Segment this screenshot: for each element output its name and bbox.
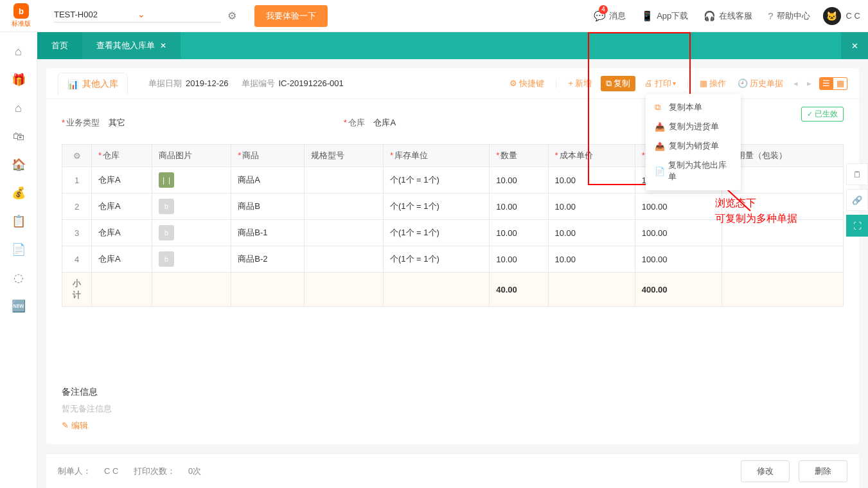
rail-expand-icon[interactable]: ⛶ [846,215,868,237]
tabs-bar: 首页 查看其他入库单 ✕ ✕ [37,32,868,59]
help-link[interactable]: ? 帮助中心 [768,10,810,22]
nav-home-icon[interactable]: ⌂ [6,39,31,64]
product-image-icon: b [159,225,174,240]
subtotal-row: 小计40.00400.00 [62,273,844,307]
tabs-close-all[interactable]: ✕ [841,32,868,59]
nav-sync-icon[interactable]: ◌ [6,265,31,291]
view-grid-icon[interactable]: ▦ [833,77,847,90]
footer: 制单人：C C 打印次数：0次 修改 删除 [46,453,859,488]
plus-icon: + [568,78,573,88]
product-image-icon: b [159,251,174,267]
avatar[interactable]: 🐱 [823,7,841,25]
document-page: 📊 其他入库 单据日期2019-12-26 单据编号IC-20191226-00… [46,68,859,444]
outbox-icon: 📤 [655,141,666,151]
doc-title-tab: 📊 其他入库 [58,73,128,95]
app-download-link[interactable]: 📱 App下载 [641,10,688,22]
annotation-text: 浏览态下 可复制为多种单据 [715,195,797,226]
print-icon: 🖨 [644,78,653,88]
right-rail: 🗒 🔗 ⛶ [846,163,868,237]
dd-copy-this[interactable]: ⧉复制本单 [646,98,741,117]
nav-clipboard-icon[interactable]: 📋 [6,208,31,234]
head-actions: ⚙快捷键 +新增 ⧉复制 🖨打印▾ ▦操作 🕘历史单据 ◂ ▸ ☰ ▦ [507,76,847,91]
field-warehouse: *仓库 仓库A [344,117,396,129]
help-icon: ? [768,10,773,21]
modify-button[interactable]: 修改 [741,460,790,482]
dd-copy-purchase[interactable]: 📥复制为进货单 [646,117,741,136]
th-price: *成本单价 [548,145,635,167]
history-button[interactable]: 🕘历史单据 [735,77,786,91]
view-toggle: ☰ ▦ [819,77,847,90]
nav-house-icon[interactable]: ⌂ [6,95,31,121]
product-image-icon: ❘❘ [159,172,174,188]
th-product: *商品 [231,145,305,167]
dd-copy-sale[interactable]: 📤复制为销货单 [646,136,741,156]
th-gear[interactable]: ⚙ [62,145,92,167]
doc-icon: 📄 [655,167,666,176]
copy-button[interactable]: ⧉复制 [601,76,635,91]
th-qty: *数量 [490,145,548,167]
chevron-down-icon: ▾ [673,80,676,87]
print-button[interactable]: 🖨打印▾ [642,77,678,91]
grid-icon: ▦ [700,78,707,88]
delete-button[interactable]: 删除 [799,460,847,482]
status-badge: 已生效 [801,107,844,122]
logo[interactable]: b 标准版 [8,3,35,28]
nav-warehouse-icon[interactable]: 🏠 [6,152,31,177]
rail-note-icon[interactable]: 🗒 [846,163,868,185]
copy-icon: ⧉ [655,102,666,113]
remark-empty: 暂无备注信息 [62,403,844,415]
doc-header: 📊 其他入库 单据日期2019-12-26 单据编号IC-20191226-00… [46,68,859,99]
logo-text: 标准版 [12,19,31,28]
nav-bag-icon[interactable]: 🛍 [6,123,31,149]
phone-icon: 📱 [641,10,653,22]
messages-link[interactable]: 💬 消息 4 [594,10,626,22]
nav-money-icon[interactable]: 💰 [6,180,31,206]
main: 首页 查看其他入库单 ✕ ✕ 📊 其他入库 单据日期2019-12-26 [37,32,868,488]
rail-link-icon[interactable]: 🔗 [846,189,868,211]
tab-active[interactable]: 查看其他入库单 ✕ [82,32,181,59]
inbox-icon: 📥 [655,122,666,132]
doc-icon: 📊 [67,79,78,89]
dd-copy-other-out[interactable]: 📄复制为其他出库单 [646,156,741,186]
trial-button[interactable]: 我要体验一下 [254,5,328,27]
field-biztype: *业务类型 其它 [62,117,125,129]
footer-info: 制单人：C C 打印次数：0次 [58,465,201,477]
remark-section: 备注信息 暂无备注信息 编辑 [46,377,859,440]
tab-home[interactable]: 首页 [37,32,82,59]
th-unit: *库存单位 [383,145,489,167]
ops-button[interactable]: ▦操作 [697,77,729,91]
service-link[interactable]: 🎧 在线客服 [704,10,752,22]
remark-title: 备注信息 [62,386,844,398]
view-list-icon[interactable]: ☰ [819,77,833,90]
close-icon[interactable]: ✕ [160,41,166,50]
chevron-down-icon: ⌄ [137,9,221,19]
headset-icon: 🎧 [704,10,716,22]
logo-icon: b [13,3,29,19]
doc-date: 单据日期2019-12-26 [148,78,229,89]
org-selector[interactable]: TEST-H002 ⌄ [54,9,221,23]
th-spec: 规格型号 [304,145,383,167]
history-icon: 🕘 [738,78,748,88]
prev-doc-icon[interactable]: ◂ [792,78,799,88]
org-name: TEST-H002 [54,10,137,19]
username: C C [846,11,860,21]
table-row[interactable]: 4 仓库A b 商品B-2 个(1个 = 1个) 10.00 10.00 100… [62,246,844,273]
shortcut-button[interactable]: ⚙快捷键 [507,77,547,91]
copy-icon: ⧉ [606,78,612,89]
next-doc-icon[interactable]: ▸ [806,78,813,88]
edit-remark-button[interactable]: 编辑 [62,420,88,430]
nav-report-icon[interactable]: 📄 [6,237,31,262]
product-image-icon: b [159,199,174,214]
nav-new-icon[interactable]: 🆕 [6,293,31,319]
copy-dropdown: ⧉复制本单 📥复制为进货单 📤复制为销货单 📄复制为其他出库单 [646,94,741,190]
th-image: 商品图片 [152,145,231,167]
topbar: b 标准版 TEST-H002 ⌄ ⚙ 我要体验一下 💬 消息 4 📱 App下… [0,0,868,32]
th-warehouse: *仓库 [92,145,152,167]
message-badge: 4 [599,5,608,14]
nav-gift-icon[interactable]: 🎁 [6,67,31,93]
new-button[interactable]: +新增 [565,77,594,91]
gear-icon[interactable]: ⚙ [227,10,236,22]
sidebar: ⌂ 🎁 ⌂ 🛍 🏠 💰 📋 📄 ◌ 🆕 [0,32,37,488]
gear-icon: ⚙ [509,78,517,88]
doc-number: 单据编号IC-20191226-001 [242,78,344,89]
